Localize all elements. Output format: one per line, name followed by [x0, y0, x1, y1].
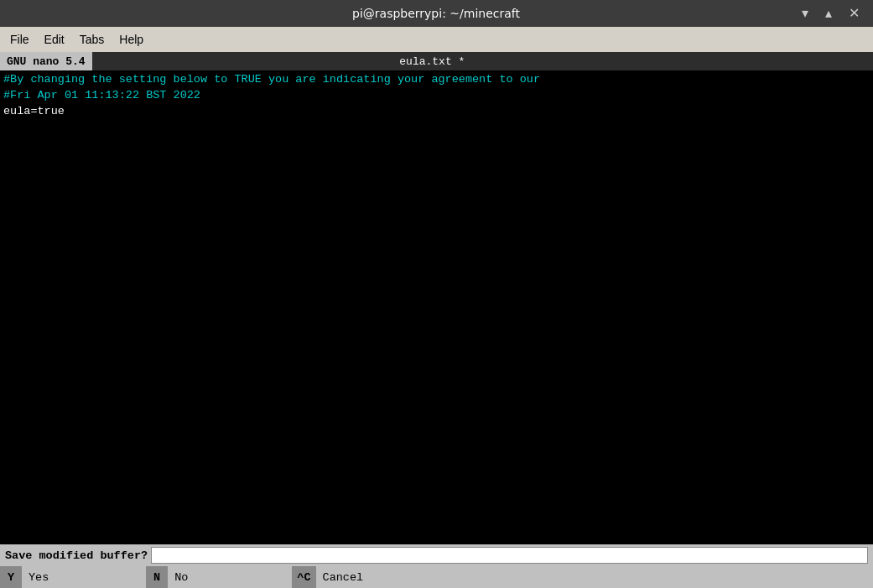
menu-help[interactable]: Help: [112, 31, 150, 48]
menu-bar: File Edit Tabs Help: [0, 27, 873, 52]
option-yes[interactable]: Y Yes: [0, 566, 145, 588]
option-yes-key: Y: [0, 566, 22, 588]
window-title: pi@raspberrypi: ~/minecraft: [75, 7, 797, 20]
nano-options-bar: Y Yes N No ^C Cancel: [0, 566, 873, 588]
option-no[interactable]: N No: [146, 566, 291, 588]
option-cancel-label: Cancel: [316, 566, 371, 588]
option-cancel[interactable]: ^C Cancel: [292, 566, 437, 588]
minimize-button[interactable]: ▾: [797, 5, 813, 22]
editor-content[interactable]: #By changing the setting below to TRUE y…: [0, 70, 873, 544]
menu-edit[interactable]: Edit: [38, 31, 71, 48]
editor-line-1: #By changing the setting below to TRUE y…: [0, 72, 873, 88]
editor-line-2: #Fri Apr 01 11:13:22 BST 2022: [0, 88, 873, 104]
option-yes-label: Yes: [22, 566, 55, 588]
nano-header: GNU nano 5.4 eula.txt *: [0, 52, 873, 70]
nano-filename: eula.txt *: [92, 55, 772, 68]
nano-bottom: Save modified buffer? Y Yes N No ^C Canc…: [0, 544, 873, 588]
menu-tabs[interactable]: Tabs: [73, 31, 112, 48]
save-prompt-bar: Save modified buffer?: [0, 544, 873, 566]
option-cancel-key: ^C: [292, 566, 315, 588]
option-no-key: N: [146, 566, 168, 588]
save-prompt-text: Save modified buffer?: [5, 549, 148, 562]
save-prompt-input[interactable]: [151, 547, 868, 564]
option-no-label: No: [168, 566, 195, 588]
nano-editor: GNU nano 5.4 eula.txt * #By changing the…: [0, 52, 873, 588]
menu-file[interactable]: File: [3, 31, 36, 48]
editor-line-3: eula=true: [0, 104, 873, 120]
close-button[interactable]: ✕: [844, 5, 865, 22]
maximize-button[interactable]: ▴: [820, 5, 837, 22]
window-controls: ▾ ▴ ✕: [797, 5, 865, 22]
title-bar: pi@raspberrypi: ~/minecraft ▾ ▴ ✕: [0, 0, 873, 27]
nano-version: GNU nano 5.4: [0, 52, 92, 70]
